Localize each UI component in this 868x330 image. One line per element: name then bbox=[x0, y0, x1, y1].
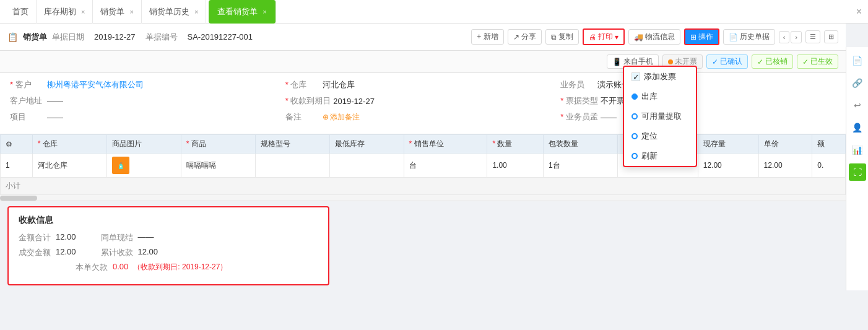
add-note-btn[interactable]: ⊕ 添加备注 bbox=[323, 112, 360, 123]
share-button[interactable]: ↗ 分享 bbox=[508, 29, 542, 45]
operations-button[interactable]: ⊞ 操作 bbox=[684, 28, 719, 45]
tab-view-sales-close[interactable]: × bbox=[263, 8, 266, 15]
tab-sales-close[interactable]: × bbox=[129, 8, 133, 15]
current-due-field: 本单欠款 bbox=[19, 262, 51, 273]
toolbar-nav: ‹ › bbox=[779, 31, 802, 43]
copy-button[interactable]: ⧉ 复制 bbox=[545, 29, 579, 45]
history-button[interactable]: 📄 历史单据 bbox=[723, 29, 775, 45]
col-product: * 商品 bbox=[181, 135, 255, 154]
row-unit: 台 bbox=[404, 154, 487, 178]
due-date-field: * 收款到期日 2019-12-27 bbox=[285, 95, 561, 106]
add-invoice-label: 添加发票 bbox=[644, 71, 676, 82]
note-field: 备注 ⊕ 添加备注 bbox=[285, 111, 561, 123]
tab-sales[interactable]: 销货单 × bbox=[93, 0, 141, 24]
table-scrollbar[interactable] bbox=[0, 195, 846, 201]
confirm-badge[interactable]: ✓ 已确认 bbox=[706, 54, 748, 69]
tab-sales-label: 销货单 bbox=[100, 6, 124, 17]
col-settings[interactable]: ⚙ bbox=[1, 135, 33, 154]
row-product: 嗝嗝嗝嗝 bbox=[181, 154, 255, 178]
total-label: 金额合计 bbox=[19, 232, 51, 243]
sidebar-icon-return[interactable]: ↩ bbox=[849, 97, 866, 114]
same-order-field: 同单现结 —— bbox=[101, 232, 154, 243]
tab-home-label: 首页 bbox=[12, 6, 28, 17]
menu-add-invoice[interactable]: ✓ 添加发票 bbox=[624, 67, 696, 87]
subtotal-row: 小计 bbox=[1, 178, 846, 195]
list-view-button[interactable]: ☰ bbox=[805, 30, 820, 43]
close-all-btn[interactable]: × bbox=[856, 6, 862, 17]
project-value: —— bbox=[47, 113, 63, 122]
available-extract-dot bbox=[631, 113, 638, 119]
toolbar-actions: + 新增 ↗ 分享 ⧉ 复制 🖨 打印 ▾ 🚚 物流信息 bbox=[471, 28, 838, 45]
payment-title: 收款信息 bbox=[19, 215, 318, 226]
phone-icon: 📱 bbox=[612, 58, 622, 66]
share-icon: ↗ bbox=[513, 33, 519, 41]
customer-value[interactable]: 柳州粤港平安气体有限公司 bbox=[47, 79, 144, 90]
table-wrapper: ⚙ * 仓库 商品图片 * 商品 规格型号 最低库存 * 销售单位 * 数量 包… bbox=[0, 134, 846, 201]
address-label: 客户地址 bbox=[10, 95, 45, 106]
transaction-value: 12.00 bbox=[56, 247, 76, 258]
sidebar-icon-link[interactable]: 🔗 bbox=[849, 74, 866, 92]
staff-label: 业务员 bbox=[560, 79, 595, 90]
col-unit: * 销售单位 bbox=[404, 135, 487, 154]
row-stock: 12.00 bbox=[698, 154, 758, 178]
cumulative-field: 累计收款 12.00 bbox=[101, 247, 158, 258]
sidebar-icon-chart[interactable]: 📊 bbox=[849, 141, 866, 158]
effective-label: 已生效 bbox=[810, 56, 833, 67]
col-stock: 现存量 bbox=[698, 135, 758, 154]
tab-inventory-close[interactable]: × bbox=[81, 8, 85, 15]
confirm-icon: ✓ bbox=[712, 58, 718, 66]
table-row: 1 河北仓库 🧴 嗝嗝嗝嗝 台 1.00 1台 12.00 12.00 bbox=[1, 154, 846, 178]
confirm-label: 已确认 bbox=[720, 56, 742, 67]
transaction-field: 成交金额 12.00 bbox=[19, 247, 76, 258]
prev-button[interactable]: ‹ bbox=[779, 31, 790, 43]
print-label: 打印 bbox=[598, 32, 613, 42]
voided-icon: ✓ bbox=[757, 58, 763, 66]
ticket-type-field: * 票据类型 不开票 bbox=[560, 95, 836, 106]
tab-sales-history[interactable]: 销货单历史 × bbox=[142, 0, 206, 24]
sidebar-icon-expand[interactable]: ⛶ bbox=[849, 163, 866, 181]
menu-available-extract[interactable]: 可用量提取 bbox=[624, 106, 696, 126]
menu-locate[interactable]: 定位 bbox=[624, 126, 696, 146]
customer-label: * 客户 bbox=[10, 79, 45, 90]
tab-bar: 首页 库存期初 × 销货单 × 销货单历史 × 查看销货单 × × bbox=[0, 0, 868, 24]
tab-sales-history-close[interactable]: × bbox=[194, 8, 198, 15]
tab-view-sales[interactable]: 查看销货单 × bbox=[209, 0, 276, 24]
print-button[interactable]: 🖨 打印 ▾ bbox=[583, 28, 625, 45]
outbound-dot bbox=[631, 93, 638, 100]
row-unit-price: 12.00 bbox=[758, 154, 812, 178]
menu-outbound[interactable]: 出库 bbox=[624, 87, 696, 106]
staff2-label: * 业务员孟 bbox=[560, 111, 598, 123]
copy-label: 复制 bbox=[558, 32, 573, 42]
col-pack-qty: 包装数量 bbox=[543, 135, 617, 154]
items-table: ⚙ * 仓库 商品图片 * 商品 规格型号 最低库存 * 销售单位 * 数量 包… bbox=[0, 134, 846, 195]
logistics-button[interactable]: 🚚 物流信息 bbox=[628, 29, 680, 45]
new-button[interactable]: + 新增 bbox=[471, 29, 503, 45]
tab-sales-history-label: 销货单历史 bbox=[149, 6, 189, 17]
payment-row-3: 本单欠款 本单欠款 0.00 （收款到期日: 2019-12-27） bbox=[19, 262, 318, 273]
effective-badge[interactable]: ✓ 已生效 bbox=[797, 54, 838, 69]
tab-inventory[interactable]: 库存期初 × bbox=[37, 0, 93, 24]
operations-dropdown: ✓ 添加发票 出库 可用量提取 定位 刷新 bbox=[623, 66, 697, 167]
row-amount: 0. bbox=[812, 154, 846, 178]
next-button[interactable]: › bbox=[791, 31, 802, 43]
col-amount: 额 bbox=[812, 135, 846, 154]
grid-view-button[interactable]: ⊞ bbox=[824, 30, 838, 43]
due-value: 0.00 bbox=[113, 262, 128, 273]
due-note: （收款到期日: 2019-12-27） bbox=[133, 262, 227, 273]
menu-refresh[interactable]: 刷新 bbox=[624, 146, 696, 166]
scroll-thumb bbox=[0, 196, 37, 201]
sidebar-icon-doc[interactable]: 📄 bbox=[849, 52, 866, 69]
col-spec: 规格型号 bbox=[255, 135, 329, 154]
add-invoice-checkbox[interactable]: ✓ bbox=[631, 72, 640, 81]
staff2-value: —— bbox=[601, 113, 617, 122]
logistics-label: 物流信息 bbox=[645, 32, 675, 42]
address-field: 客户地址 —— bbox=[10, 95, 285, 106]
col-product-image: 商品图片 bbox=[106, 135, 181, 154]
tab-home[interactable]: 首页 bbox=[5, 0, 37, 24]
effective-icon: ✓ bbox=[802, 58, 809, 66]
sidebar-icon-user[interactable]: 👤 bbox=[849, 119, 866, 136]
number-value: SA-20191227-001 bbox=[188, 32, 253, 41]
same-order-value: —— bbox=[138, 232, 154, 243]
due-field: 本单欠款 0.00 （收款到期日: 2019-12-27） bbox=[76, 262, 227, 273]
voided-badge[interactable]: ✓ 已核销 bbox=[752, 54, 793, 69]
